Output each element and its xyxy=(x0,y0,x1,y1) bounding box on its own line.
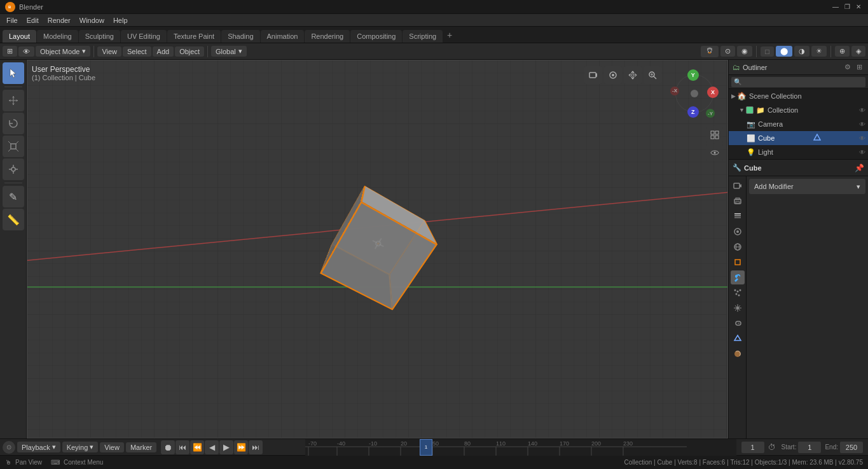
zoom-view-button[interactable] xyxy=(644,66,661,84)
object-mode-dropdown[interactable]: Object Mode ▾ xyxy=(36,46,90,57)
tab-modeling[interactable]: Modeling xyxy=(37,30,78,43)
blender-logo-icon[interactable]: B xyxy=(5,2,15,12)
end-frame-input[interactable]: 250 xyxy=(840,442,863,453)
next-frame-button[interactable]: ⏩ xyxy=(234,440,248,454)
add-modifier-button[interactable]: Add Modifier ▾ xyxy=(749,179,865,194)
select-tool-button[interactable] xyxy=(3,62,24,84)
playback-menu-button[interactable]: Playback ▾ xyxy=(17,442,60,452)
tab-sculpting[interactable]: Sculpting xyxy=(79,30,120,43)
tab-compositing[interactable]: Compositing xyxy=(350,30,402,43)
transform-tool-button[interactable] xyxy=(3,158,24,180)
collection-eye-icon[interactable]: 👁 xyxy=(859,107,865,114)
scene-props-icon[interactable] xyxy=(731,225,745,239)
scene-collection-row[interactable]: ▶ 🏠 Scene Collection xyxy=(729,89,868,103)
menu-render[interactable]: Render xyxy=(44,15,74,25)
particles-props-icon[interactable] xyxy=(731,286,745,300)
cube-eye-icon[interactable]: 👁 xyxy=(859,135,865,142)
wireframe-shading-button[interactable]: □ xyxy=(761,46,774,57)
move-tool-button[interactable] xyxy=(3,90,24,111)
camera-eye-icon[interactable]: 👁 xyxy=(859,121,865,128)
tab-texture-paint[interactable]: Texture Paint xyxy=(167,30,221,43)
rendered-shading-button[interactable]: ☀ xyxy=(811,46,827,57)
modifier-props-icon[interactable] xyxy=(731,270,745,284)
transform-dropdown[interactable]: Global ▾ xyxy=(211,46,247,57)
play-backward-button[interactable]: ◀ xyxy=(205,440,219,454)
outliner-search-input[interactable]: 🔍 xyxy=(731,77,865,87)
material-shading-button[interactable]: ◑ xyxy=(794,46,809,57)
tab-animation[interactable]: Animation xyxy=(261,30,305,43)
menu-window[interactable]: Window xyxy=(76,15,108,25)
editor-type-button[interactable]: ⊞ xyxy=(3,46,17,57)
snap-toggle[interactable] xyxy=(701,46,719,57)
object-data-props-icon[interactable] xyxy=(731,332,745,346)
jump-start-button[interactable]: ⏮ xyxy=(176,440,189,454)
gizmo-xn-axis[interactable]: -X xyxy=(670,87,679,95)
xray-button[interactable]: ◈ xyxy=(851,46,865,57)
current-frame-input[interactable]: 1 xyxy=(741,442,764,453)
tab-scripting[interactable]: Scripting xyxy=(403,30,443,43)
prev-frame-button[interactable]: ⏪ xyxy=(190,440,204,454)
transform-pivot-button[interactable]: ◉ xyxy=(737,46,752,57)
world-props-icon[interactable] xyxy=(731,240,745,254)
tab-rendering[interactable]: Rendering xyxy=(305,30,350,43)
gizmo-x-axis[interactable]: X xyxy=(707,87,719,98)
physics-props-icon[interactable] xyxy=(731,301,745,315)
measure-tool-button[interactable]: 📏 xyxy=(3,209,24,230)
properties-pin-button[interactable]: 📌 xyxy=(855,164,864,172)
tab-uv-editing[interactable]: UV Editing xyxy=(121,30,167,43)
render-props-icon[interactable] xyxy=(731,179,745,193)
proportional-edit-button[interactable]: ⊙ xyxy=(720,46,735,57)
timeline-marker-button[interactable]: Marker xyxy=(126,442,156,452)
outliner-options-button[interactable]: ⊞ xyxy=(854,62,864,73)
object-menu-button[interactable]: Object xyxy=(175,46,204,57)
camera-fly-button[interactable] xyxy=(706,144,723,161)
tab-shading[interactable]: Shading xyxy=(221,30,259,43)
select-menu-button[interactable]: Select xyxy=(123,46,151,57)
view-options-button[interactable]: 👁 xyxy=(18,46,34,57)
add-menu-button[interactable]: Add xyxy=(153,46,174,57)
record-button[interactable]: ⏺ xyxy=(161,440,175,454)
close-button[interactable]: ✕ xyxy=(854,3,863,11)
camera-view-button[interactable] xyxy=(584,66,602,84)
start-frame-input[interactable]: 1 xyxy=(798,442,821,453)
minimize-button[interactable]: — xyxy=(831,3,840,11)
menu-help[interactable]: Help xyxy=(109,15,132,25)
timeline-mode-button[interactable]: ⊙ xyxy=(3,441,15,454)
gizmo-y-axis[interactable]: Y xyxy=(687,69,699,81)
gizmo-z-axis[interactable]: Z xyxy=(687,106,699,118)
frame-clock-icon[interactable]: ⏱ xyxy=(766,442,778,453)
outliner-filter-button[interactable]: ⚙ xyxy=(843,62,853,73)
pan-view-button[interactable] xyxy=(624,66,642,84)
material-props-icon[interactable] xyxy=(731,347,745,361)
menu-edit[interactable]: Edit xyxy=(23,15,43,25)
orthographic-toggle-button[interactable] xyxy=(706,127,723,143)
jump-end-button[interactable]: ⏭ xyxy=(249,440,263,454)
render-view-button[interactable] xyxy=(604,66,622,84)
collection-visibility-checkbox[interactable] xyxy=(746,106,754,114)
viewport-area[interactable]: User Perspective (1) Collection | Cube xyxy=(27,60,728,438)
maximize-button[interactable]: ❐ xyxy=(843,3,851,11)
timeline-view-button[interactable]: View xyxy=(100,442,124,452)
gizmo-yn-axis[interactable]: -Y xyxy=(706,109,715,118)
light-eye-icon[interactable]: 👁 xyxy=(859,149,865,156)
object-props-icon[interactable] xyxy=(731,255,745,269)
annotate-tool-button[interactable]: ✎ xyxy=(3,186,24,207)
add-workspace-button[interactable]: + xyxy=(443,29,456,41)
overlay-button[interactable]: ⊕ xyxy=(835,46,850,57)
solid-shading-button[interactable]: ⬤ xyxy=(776,46,792,57)
menu-file[interactable]: File xyxy=(3,15,22,25)
frame-ruler[interactable]: -70 -40 -10 20 50 80 110 140 170 xyxy=(305,439,736,456)
view-menu-button[interactable]: View xyxy=(97,46,121,57)
outliner-row-cube[interactable]: ⬜ Cube 👁 xyxy=(729,131,868,145)
outliner-row-collection[interactable]: ▼ 📁 Collection 👁 xyxy=(729,103,868,117)
outliner-row-camera[interactable]: 📷 Camera 👁 xyxy=(729,117,868,131)
rotate-tool-button[interactable] xyxy=(3,113,24,134)
keying-menu-button[interactable]: Keying ▾ xyxy=(62,442,99,452)
play-forward-button[interactable]: ▶ xyxy=(219,440,233,454)
scale-tool-button[interactable] xyxy=(3,136,24,157)
output-props-icon[interactable] xyxy=(731,194,745,208)
view-layer-props-icon[interactable] xyxy=(731,209,745,223)
tab-layout[interactable]: Layout xyxy=(3,30,36,43)
outliner-row-light[interactable]: 💡 Light 👁 xyxy=(729,145,868,159)
constraints-props-icon[interactable] xyxy=(731,316,745,330)
